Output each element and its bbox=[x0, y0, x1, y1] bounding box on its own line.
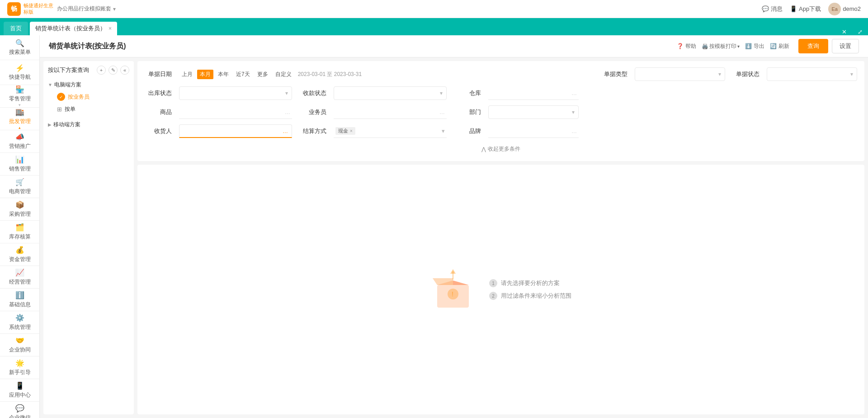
triangle-right-icon: ▶ bbox=[48, 122, 52, 127]
shortcut-this-year[interactable]: 本年 bbox=[215, 70, 231, 79]
shortcut-icon: ⚡ bbox=[2, 64, 38, 72]
scheme-item-by-order[interactable]: ⊞ 按单 bbox=[48, 103, 129, 115]
sidebar-item-enterprise-wechat[interactable]: 💬 企业微信 bbox=[0, 402, 39, 418]
tab-maximize-window[interactable]: ⤢ bbox=[852, 28, 868, 35]
refresh-button[interactable]: 🔄 刷新 bbox=[770, 43, 789, 50]
filter-area: 单据日期 上月 本月 本年 近7天 更多 自定义 2023-03-01 至 20… bbox=[137, 61, 864, 161]
warehouse-select[interactable]: … bbox=[488, 86, 579, 100]
brand-select[interactable]: … bbox=[488, 124, 579, 138]
collapse-button[interactable]: ⋀ 收起更多条件 bbox=[145, 143, 857, 155]
empty-box-svg: ! bbox=[430, 267, 476, 312]
filter-row-1: 单据日期 上月 本月 本年 近7天 更多 自定义 2023-03-01 至 20… bbox=[145, 67, 857, 81]
chevron-down-icon-4: ▾ bbox=[440, 90, 443, 96]
settlement-select[interactable]: 现金 × ▾ bbox=[334, 124, 447, 138]
order-status-select[interactable]: ▾ bbox=[767, 67, 857, 81]
shortcut-nav-item[interactable]: ⚡ 快捷导航 bbox=[0, 60, 39, 85]
scheme-group-pc-title[interactable]: ▼ 电脑端方案 bbox=[48, 79, 129, 90]
chevron-down-icon-6: ▾ bbox=[442, 128, 445, 134]
collapse-icon: ⋀ bbox=[481, 146, 486, 152]
tab-close-icon[interactable]: × bbox=[108, 25, 112, 32]
finance-icon: 💰 bbox=[15, 246, 24, 254]
empty-illustration: ! bbox=[430, 267, 476, 312]
dots-icon-5: … bbox=[571, 128, 577, 134]
app-download-button[interactable]: 📱 App下载 bbox=[790, 5, 821, 13]
print-button[interactable]: 🖨️ 按模板打印 ▾ bbox=[702, 43, 740, 50]
sidebar-item-system[interactable]: ⚙️ 系统管理 bbox=[0, 311, 39, 334]
sidebar-item-finance[interactable]: 💰 资金管理 bbox=[0, 243, 39, 266]
marketing-icon: 📣 bbox=[15, 133, 24, 141]
help-button[interactable]: ❓ 帮助 bbox=[677, 43, 696, 50]
logo-area: 畅 畅捷通好生意 标版 bbox=[7, 2, 53, 16]
chevron-down-icon: ▾ bbox=[718, 71, 721, 77]
scheme-group-mobile-title[interactable]: ▶ 移动端方案 bbox=[48, 119, 129, 130]
tab-home[interactable]: 首页 bbox=[4, 22, 28, 35]
sidebar-item-wholesale[interactable]: 🏬 批发管理 ▴ bbox=[0, 108, 39, 130]
scheme-item-by-salesperson[interactable]: ✓ 按业务员 bbox=[48, 90, 129, 103]
shortcut-last-month[interactable]: 上月 bbox=[179, 70, 195, 79]
svg-marker-3 bbox=[433, 278, 453, 285]
message-button[interactable]: 💬 消息 bbox=[762, 5, 783, 13]
sidebar-item-enterprise[interactable]: 🤝 企业协同 bbox=[0, 334, 39, 356]
sidebar-item-sales[interactable]: 📊 销售管理 bbox=[0, 153, 39, 176]
download-icon: 📱 bbox=[790, 5, 797, 12]
add-scheme-button[interactable]: + bbox=[97, 66, 106, 75]
enterprise-icon: 🤝 bbox=[15, 336, 24, 345]
user-menu[interactable]: Ea demo2 bbox=[828, 3, 861, 15]
sidebar-item-inventory[interactable]: 🗂️ 库存核算 bbox=[0, 221, 39, 243]
sidebar-item-app-center[interactable]: 📱 应用中心 bbox=[0, 379, 39, 402]
breadcrumb: 办公用品行业模拟账套 ▾ bbox=[57, 5, 116, 13]
chevron-up-icon: ▴ bbox=[19, 125, 21, 130]
tab-active[interactable]: 销货单统计表（按业务员） × bbox=[30, 22, 117, 35]
tag-close-icon[interactable]: × bbox=[350, 128, 353, 133]
edit-scheme-button[interactable]: ✎ bbox=[108, 66, 118, 75]
salesperson-select[interactable]: … bbox=[334, 105, 447, 119]
sidebar-item-purchase[interactable]: 📦 采购管理 bbox=[0, 198, 39, 221]
tab-bar: 首页 销货单统计表（按业务员） × ✕ ⤢ bbox=[0, 18, 868, 35]
export-icon: ⬇️ bbox=[745, 43, 752, 49]
content-body: 按以下方案查询 + ✎ « ▼ 电脑端方案 ✓ 按业务员 bbox=[40, 57, 868, 418]
export-button[interactable]: ⬇️ 导出 bbox=[745, 43, 764, 50]
top-bar-left: 畅 畅捷通好生意 标版 办公用品行业模拟账套 ▾ bbox=[7, 2, 116, 16]
shortcut-this-month[interactable]: 本月 bbox=[197, 70, 213, 79]
top-bar-right: 💬 消息 📱 App下载 Ea demo2 bbox=[762, 3, 861, 15]
system-icon: ⚙️ bbox=[15, 314, 24, 322]
search-menu-item[interactable]: 🔍 搜索菜单 bbox=[0, 35, 39, 60]
search-icon: 🔍 bbox=[2, 39, 38, 48]
app-center-icon: 📱 bbox=[15, 381, 24, 390]
consignee-input[interactable]: … bbox=[179, 124, 292, 138]
print-chevron-icon: ▾ bbox=[737, 44, 740, 49]
query-button[interactable]: 查询 bbox=[798, 39, 828, 53]
sales-icon: 📊 bbox=[15, 155, 24, 164]
warehouse-label: 仓库 bbox=[454, 89, 481, 97]
enterprise-wechat-icon: 💬 bbox=[15, 404, 24, 413]
payment-status-select[interactable]: ▾ bbox=[334, 86, 447, 100]
svg-marker-7 bbox=[450, 269, 456, 274]
order-status-label: 单据状态 bbox=[732, 70, 760, 78]
sidebar-item-retail[interactable]: 🏪 零售管理 ▾ bbox=[0, 85, 39, 108]
shortcut-7days[interactable]: 近7天 bbox=[233, 70, 253, 79]
date-shortcuts: 上月 本月 本年 近7天 更多 自定义 bbox=[179, 70, 294, 79]
ship-status-select[interactable]: ▾ bbox=[179, 86, 292, 100]
order-type-select[interactable]: ▾ bbox=[635, 67, 725, 81]
chevron-down-icon: ▾ bbox=[19, 103, 21, 107]
shortcut-more[interactable]: 更多 bbox=[255, 70, 271, 79]
dots-icon: … bbox=[571, 90, 577, 96]
department-select[interactable]: ▾ bbox=[488, 105, 579, 119]
empty-text-area: 1 请先选择要分析的方案 2 用过滤条件来缩小分析范围 bbox=[489, 279, 571, 300]
sidebar-item-basic[interactable]: ℹ️ 基础信息 bbox=[0, 289, 39, 311]
filter-row-4: 收货人 … 结算方式 现金 × ▾ 品牌 bbox=[145, 124, 857, 138]
tab-close-window[interactable]: ✕ bbox=[836, 28, 852, 35]
sidebar-item-marketing[interactable]: 📣 营销推广 bbox=[0, 130, 39, 153]
ecommerce-icon: 🛒 bbox=[15, 178, 24, 186]
goods-select[interactable]: … bbox=[179, 105, 292, 119]
settings-button[interactable]: 设置 bbox=[832, 39, 859, 53]
collapse-panel-button[interactable]: « bbox=[120, 66, 129, 75]
sidebar-item-operations[interactable]: 📈 经营管理 bbox=[0, 266, 39, 289]
filter-row-2: 出库状态 ▾ 收款状态 ▾ 仓库 … bbox=[145, 86, 857, 100]
logo-icon: 畅 bbox=[7, 2, 21, 16]
sidebar-item-ecommerce[interactable]: 🛒 电商管理 bbox=[0, 176, 39, 198]
sidebar-item-newcomer[interactable]: 🌟 新手引导 bbox=[0, 356, 39, 379]
dots-icon-3: … bbox=[439, 109, 445, 115]
order-type-label: 单据类型 bbox=[600, 70, 627, 78]
shortcut-custom[interactable]: 自定义 bbox=[273, 70, 294, 79]
